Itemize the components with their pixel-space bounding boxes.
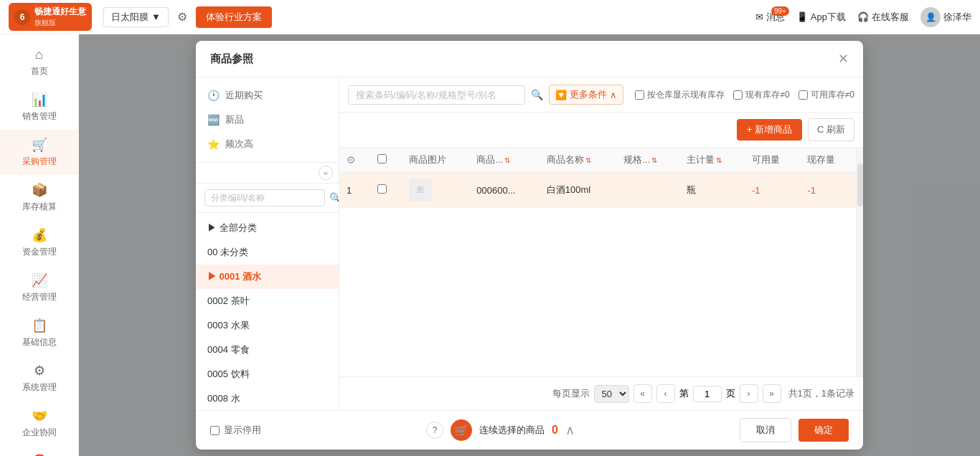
quick-tab-frequent[interactable]: ⭐ 频次高 <box>196 132 339 156</box>
sidebar-item-finance[interactable]: 💰 资金管理 <box>0 220 78 265</box>
category-item-0004[interactable]: 0004 零食 <box>196 338 339 362</box>
table-row[interactable]: 1 图 000600... 白酒100ml <box>339 173 856 208</box>
page-next-button[interactable]: › <box>740 384 758 403</box>
category-item-0005[interactable]: 0005 饮料 <box>196 362 339 386</box>
sort-unit-icon[interactable]: ⇅ <box>716 156 722 164</box>
th-available: 可用量 <box>745 148 801 173</box>
modal-toolbar: + 新增商品 C 刷新 <box>339 113 863 148</box>
show-disabled-input[interactable] <box>210 426 220 435</box>
sidebar-label-purchase: 采购管理 <box>22 156 57 168</box>
per-page-select[interactable]: 50 <box>594 385 629 403</box>
category-item-0003[interactable]: 0003 水果 <box>196 313 339 338</box>
customer-service-button[interactable]: 🎧 在线客服 <box>857 11 909 24</box>
sort-name-icon[interactable]: ⇅ <box>585 156 591 164</box>
enterprise-icon: 🤝 <box>32 408 47 424</box>
category-item-all[interactable]: ▶ 全部分类 <box>196 216 339 240</box>
checkbox-stock-nonzero-input[interactable] <box>733 90 743 100</box>
sidebar-item-basic-info[interactable]: 📋 基础信息 <box>0 310 78 356</box>
category-label-0002: 0002 茶叶 <box>207 295 250 308</box>
category-search-icon[interactable]: 🔍 <box>329 192 339 204</box>
sidebar-item-home[interactable]: ⌂ 首页 <box>0 40 78 85</box>
cancel-button[interactable]: 取消 <box>740 418 791 442</box>
user-avatar-button[interactable]: 👤 徐泽华 <box>920 7 971 27</box>
sidebar-item-inventory[interactable]: 📦 库存核算 <box>0 175 78 220</box>
scrollbar[interactable] <box>856 148 863 376</box>
modal-title: 商品参照 <box>210 52 253 66</box>
td-spec <box>616 173 679 208</box>
system-icon: ⚙ <box>34 363 45 379</box>
modal-footer: 显示停用 ? 🛒 连续选择的商品 0 ∧ 取消 确定 <box>196 410 863 450</box>
refresh-button[interactable]: C 刷新 <box>808 118 854 141</box>
quick-tab-recent-label: 近期购买 <box>225 89 263 102</box>
quick-tab-frequent-label: 频次高 <box>225 138 253 151</box>
category-item-0008[interactable]: 0008 水 <box>196 386 339 410</box>
row-checkbox[interactable] <box>377 184 387 194</box>
quick-tab-new[interactable]: 🆕 新品 <box>196 108 339 132</box>
category-item-00[interactable]: 00 未分类 <box>196 240 339 265</box>
sidebar-item-enterprise[interactable]: 🤝 企业协同 <box>0 401 78 446</box>
category-label-all: ▶ 全部分类 <box>207 222 257 234</box>
sidebar: ⌂ 首页 📊 销售管理 🛒 采购管理 📦 库存核算 💰 资金管理 📈 经营管理 … <box>0 34 79 456</box>
checkbox-warehouse-input[interactable] <box>635 90 644 100</box>
modal-body: 🕐 近期购买 🆕 新品 ⭐ 频次高 <box>196 77 863 410</box>
checkbox-stock-nonzero[interactable]: 现有库存≠0 <box>733 89 789 101</box>
settings-icon[interactable]: ⚙ <box>174 7 190 27</box>
headset-icon: 🎧 <box>857 11 869 22</box>
cart-collapse-icon[interactable]: ∧ <box>565 422 575 438</box>
show-disabled-checkbox[interactable]: 显示停用 <box>210 424 261 437</box>
td-available: -1 <box>745 173 801 208</box>
category-label-0008: 0008 水 <box>207 392 240 405</box>
topnav: 6 畅捷通好生意 旗舰版 日太阳膜 ▼ ⚙ 体验行业方案 ✉ 消息 99+ 📱 … <box>0 0 980 34</box>
footer-mid: ? 🛒 连续选择的商品 0 ∧ <box>426 419 575 441</box>
cart-icon[interactable]: 🛒 <box>451 419 472 441</box>
category-search-input[interactable] <box>204 189 325 206</box>
sort-spec-icon[interactable]: ⇅ <box>651 156 657 164</box>
sidebar-item-operations[interactable]: 📈 经营管理 <box>0 265 78 310</box>
checkbox-available-nonzero-input[interactable] <box>798 90 808 100</box>
chevron-down-icon: ▼ <box>151 11 161 22</box>
product-search-icon[interactable]: 🔍 <box>531 89 543 100</box>
category-item-0001[interactable]: ▶ 0001 酒水 <box>196 265 339 289</box>
add-product-button[interactable]: + 新增商品 <box>737 119 802 141</box>
checkbox-available-nonzero-label: 可用库存≠0 <box>811 89 854 101</box>
checkbox-warehouse[interactable]: 按仓库显示现有库存 <box>635 89 725 101</box>
experience-button[interactable]: 体验行业方案 <box>196 6 272 28</box>
quick-tabs: 🕐 近期购买 🆕 新品 ⭐ 频次高 <box>196 77 339 163</box>
username-label: 徐泽华 <box>943 11 971 24</box>
logo[interactable]: 6 畅捷通好生意 旗舰版 <box>9 3 92 31</box>
sidebar-item-sales[interactable]: 📊 销售管理 <box>0 85 78 130</box>
close-icon[interactable]: ✕ <box>838 51 849 67</box>
th-checkbox <box>370 148 401 173</box>
show-disabled-label: 显示停用 <box>224 424 261 437</box>
category-label-0005: 0005 饮料 <box>207 368 250 381</box>
inventory-icon: 📦 <box>32 182 47 198</box>
confirm-button[interactable]: 确定 <box>798 419 849 442</box>
filter-button[interactable]: 🔽 更多条件 ∧ <box>549 85 623 105</box>
sidebar-item-purchase[interactable]: 🛒 采购管理 <box>0 130 78 175</box>
product-search-input[interactable] <box>348 85 525 105</box>
sidebar-label-enterprise: 企业协同 <box>22 427 57 439</box>
panel-collapse-icon[interactable]: « <box>319 166 333 180</box>
quick-tab-recent[interactable]: 🕐 近期购买 <box>196 83 339 108</box>
message-button[interactable]: ✉ 消息 99+ <box>755 11 785 24</box>
sidebar-item-system[interactable]: ⚙ 系统管理 <box>0 356 78 401</box>
page-prev-button[interactable]: ‹ <box>656 384 675 403</box>
th-spec: 规格...⇅ <box>616 148 679 173</box>
config-icon[interactable]: ⚙ <box>347 154 356 166</box>
app-download-button[interactable]: 📱 App下载 <box>796 11 846 24</box>
sidebar-item-guide[interactable]: 🎯 新手引导 <box>0 446 78 456</box>
help-icon[interactable]: ? <box>426 422 443 439</box>
category-search: 🔍 <box>196 184 339 213</box>
page-input[interactable] <box>693 386 722 402</box>
sort-code-icon[interactable]: ⇅ <box>504 156 510 164</box>
category-item-0002[interactable]: 0002 茶叶 <box>196 289 339 313</box>
select-all-checkbox[interactable] <box>377 154 387 163</box>
category-label-0003: 0003 水果 <box>207 319 250 332</box>
logo-icon: 6 <box>14 9 30 25</box>
page-first-button[interactable]: « <box>633 384 652 403</box>
checkbox-available-nonzero[interactable]: 可用库存≠0 <box>798 89 854 101</box>
page-label: 第 <box>679 387 689 400</box>
category-label-0001: ▶ 0001 酒水 <box>207 270 261 283</box>
store-selector[interactable]: 日太阳膜 ▼ <box>103 7 169 27</box>
page-last-button[interactable]: » <box>763 384 781 403</box>
